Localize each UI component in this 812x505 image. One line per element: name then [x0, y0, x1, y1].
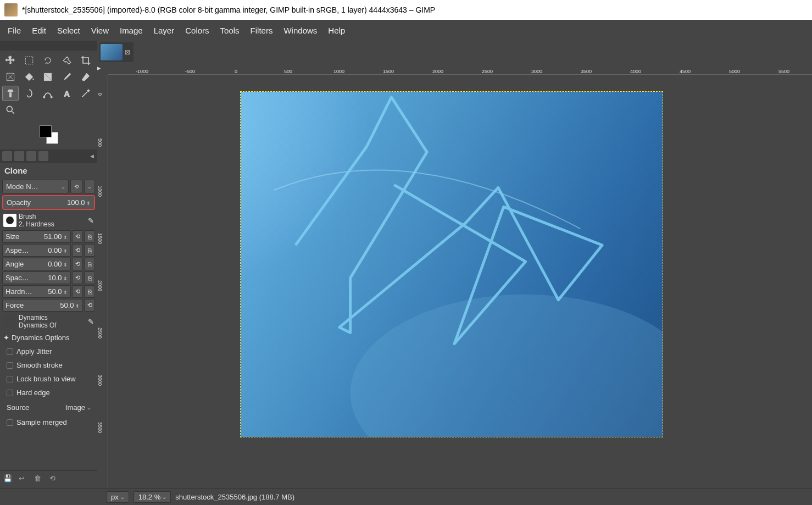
force-field[interactable]: Force50.0 ⬍: [2, 299, 83, 312]
delete-preset-icon[interactable]: 🗑: [34, 474, 45, 485]
clone-tool-icon[interactable]: [2, 86, 19, 101]
angle-link-button[interactable]: ⎘: [84, 258, 95, 270]
source-select[interactable]: Image ⌵: [65, 403, 91, 412]
mode-reset-button[interactable]: ⟲: [70, 180, 82, 193]
bucket-fill-tool-icon[interactable]: [21, 69, 37, 85]
svg-rect-0: [26, 57, 33, 64]
text-tool-icon[interactable]: A: [59, 86, 75, 101]
opacity-slider-highlighted[interactable]: Opacity 100.0 ⬍: [2, 195, 95, 210]
unit-select[interactable]: px ⌵: [106, 491, 129, 503]
apply-jitter-checkbox[interactable]: Apply Jitter: [2, 345, 95, 358]
window-title: *[shutterstock_2535506] (imported)-8.0 (…: [22, 5, 435, 14]
size-link-button[interactable]: ⎘: [84, 230, 95, 243]
status-bar: px ⌵ 18.2 % ⌵ shutterstock_2535506.jpg (…: [0, 489, 812, 505]
rect-select-tool-icon[interactable]: [21, 53, 37, 68]
mode-menu-button[interactable]: ⌵: [84, 180, 95, 193]
menu-colors[interactable]: Colors: [180, 24, 214, 37]
canvas-image[interactable]: [241, 92, 663, 437]
menu-edit[interactable]: Edit: [26, 24, 52, 37]
brush-preview[interactable]: [3, 214, 16, 227]
force-reset-button[interactable]: ⟲: [84, 299, 95, 312]
fuzzy-select-tool-icon[interactable]: [59, 53, 75, 68]
status-file-info: shutterstock_2535506.jpg (188.7 MB): [175, 493, 294, 501]
spacing-field[interactable]: Spac…10.0 ⬍: [2, 271, 71, 284]
dock-tab-2[interactable]: [14, 151, 24, 161]
chevron-down-icon: ⌵: [62, 184, 65, 190]
menu-view[interactable]: View: [86, 24, 114, 37]
toolbox: A: [0, 51, 97, 120]
canvas-image-bounds: [240, 91, 663, 437]
svg-point-3: [51, 96, 52, 98]
dock-menu-icon[interactable]: ◄: [89, 153, 95, 159]
menu-image[interactable]: Image: [114, 24, 148, 37]
vertical-ruler[interactable]: 0500100015002000250030003500: [97, 75, 108, 489]
dynamics-edit-icon[interactable]: ✎: [88, 318, 94, 326]
paintbrush-tool-icon[interactable]: [59, 69, 75, 85]
canvas-viewport[interactable]: [108, 75, 812, 489]
image-tab[interactable]: ⊠: [99, 42, 134, 62]
angle-field[interactable]: Angle0.00 ⬍: [2, 258, 71, 270]
sample-merged-checkbox[interactable]: Sample merged: [2, 416, 95, 429]
smudge-tool-icon[interactable]: [21, 86, 37, 101]
smooth-stroke-checkbox[interactable]: Smooth stroke: [2, 359, 95, 371]
blend-mode-label: Mode N…: [6, 182, 38, 191]
free-select-tool-icon[interactable]: [40, 53, 56, 68]
brush-edit-icon[interactable]: ✎: [88, 217, 94, 225]
eraser-tool-icon[interactable]: [77, 69, 94, 85]
opacity-value: 100.0: [67, 198, 85, 207]
dynamics-preview[interactable]: [3, 315, 16, 328]
path-tool-icon[interactable]: [40, 86, 56, 101]
aspect-reset-button[interactable]: ⟲: [72, 244, 83, 257]
svg-point-2: [43, 96, 45, 98]
save-preset-icon[interactable]: 💾: [3, 474, 14, 485]
restore-preset-icon[interactable]: ↩: [19, 474, 30, 485]
crop-tool-icon[interactable]: [77, 53, 94, 68]
blend-mode-select[interactable]: Mode N… ⌵: [2, 180, 69, 193]
hardness-link-button[interactable]: ⎘: [84, 285, 95, 298]
menu-filters[interactable]: Filters: [245, 24, 279, 37]
gradient-tool-icon[interactable]: [40, 69, 56, 85]
move-tool-icon[interactable]: [2, 53, 19, 68]
dock-tab-3[interactable]: [26, 151, 36, 161]
chevron-down-icon: ⌵: [121, 494, 124, 500]
size-field[interactable]: Size51.00 ⬍: [2, 230, 71, 243]
transform-tool-icon[interactable]: [2, 69, 19, 85]
tool-options-footer: 💾 ↩ 🗑 ⟲: [0, 470, 97, 489]
toolbox-header: [0, 41, 97, 51]
spacing-reset-button[interactable]: ⟲: [72, 271, 83, 284]
opacity-label: Opacity: [7, 198, 31, 207]
ruler-corner[interactable]: ▸: [97, 64, 108, 75]
hardness-reset-button[interactable]: ⟲: [72, 285, 83, 298]
size-reset-button[interactable]: ⟲: [72, 230, 83, 243]
image-thumbnail: [101, 44, 123, 60]
close-tab-icon[interactable]: ⊠: [125, 48, 130, 56]
spacing-link-button[interactable]: ⎘: [84, 271, 95, 284]
aspect-link-button[interactable]: ⎘: [84, 244, 95, 257]
menu-windows[interactable]: Windows: [278, 24, 322, 37]
zoom-select[interactable]: 18.2 % ⌵: [134, 491, 171, 503]
svg-point-5: [7, 106, 12, 112]
title-bar: *[shutterstock_2535506] (imported)-8.0 (…: [0, 0, 812, 20]
hardness-field[interactable]: Hardn…50.0 ⬍: [2, 285, 71, 298]
dock-tab-4[interactable]: [38, 151, 48, 161]
horizontal-ruler[interactable]: -1000-5000500100015002000250030003500400…: [108, 64, 812, 75]
menu-select[interactable]: Select: [52, 24, 86, 37]
foreground-color[interactable]: [40, 125, 52, 137]
app-icon: [4, 3, 18, 16]
canvas-area: ⊠ ▸ -1000-500050010001500200025003000350…: [97, 41, 812, 489]
color-picker-tool-icon[interactable]: [77, 86, 94, 101]
lock-brush-checkbox[interactable]: Lock brush to view: [2, 373, 95, 385]
hard-edge-checkbox[interactable]: Hard edge: [2, 386, 95, 399]
menu-tools[interactable]: Tools: [215, 24, 245, 37]
aspect-field[interactable]: Aspe…0.00 ⬍: [2, 244, 71, 257]
dynamics-options-expander[interactable]: ✦ Dynamics Options: [2, 331, 95, 344]
menu-layer[interactable]: Layer: [148, 24, 180, 37]
menu-help[interactable]: Help: [322, 24, 351, 37]
angle-reset-button[interactable]: ⟲: [72, 258, 83, 270]
dock-tab-1[interactable]: [2, 151, 12, 161]
dynamics-value: Dynamics Of: [19, 321, 57, 329]
menu-file[interactable]: File: [2, 24, 26, 37]
zoom-tool-icon[interactable]: [2, 102, 19, 118]
reset-preset-icon[interactable]: ⟲: [49, 474, 60, 485]
canvas-artwork: [241, 92, 663, 437]
